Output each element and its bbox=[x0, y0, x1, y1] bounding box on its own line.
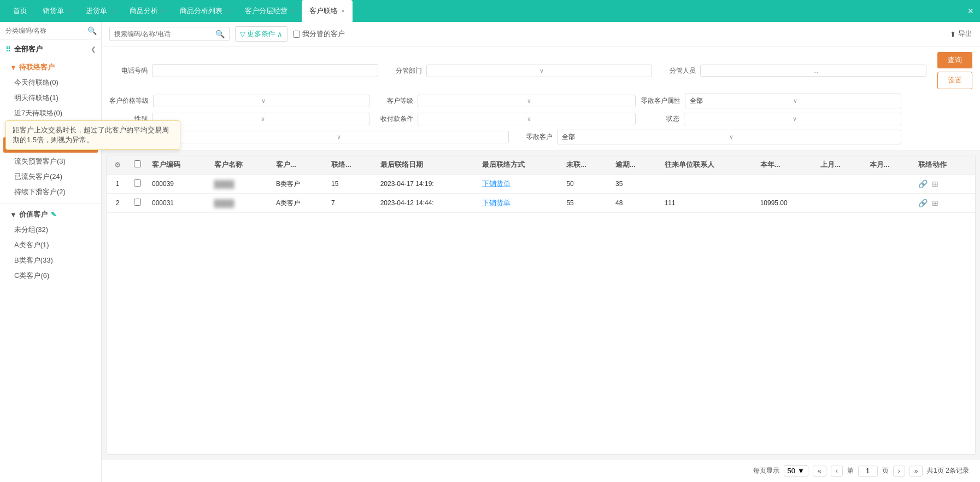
status-select[interactable]: ∨ bbox=[684, 113, 901, 125]
page-size-select[interactable]: 50 ▼ bbox=[784, 465, 808, 477]
retail-customer-field: 零散客户 全部 ∨ bbox=[514, 130, 901, 144]
prev-page-btn[interactable]: ‹ bbox=[831, 466, 843, 477]
customer-level-arrow: ∨ bbox=[527, 97, 631, 104]
sidebar-tomorrow-pending[interactable]: 明天待联络(1) bbox=[0, 90, 101, 106]
action-buttons: 查询 设置 bbox=[937, 52, 972, 89]
select-all-checkbox[interactable] bbox=[134, 160, 141, 167]
nav-home[interactable]: 首页 bbox=[5, 0, 35, 22]
link-icon-1[interactable]: 🔗 bbox=[918, 179, 928, 188]
cell-last-method-2: 下销货单 bbox=[477, 194, 561, 213]
sidebar-7day-pending[interactable]: 近7天待联络(0) bbox=[0, 106, 101, 121]
sidebar-c-class[interactable]: C类客户(6) bbox=[0, 268, 101, 283]
th-overdue: 逾期... bbox=[610, 155, 659, 175]
gender-select[interactable]: ∨ bbox=[152, 113, 369, 125]
nav-product-analysis-list-close[interactable]: × bbox=[226, 8, 229, 14]
th-code: 客户编码 bbox=[146, 155, 209, 175]
retail-customer-label: 零散客户 bbox=[514, 132, 553, 142]
table-settings-icon[interactable]: ⚙ bbox=[114, 161, 121, 169]
triangle-icon: ▼ bbox=[10, 63, 17, 72]
search-icon[interactable]: 🔍 bbox=[215, 30, 225, 38]
sidebar-b-class[interactable]: B类客户(33) bbox=[0, 253, 101, 268]
customer-type-select[interactable]: ∨ bbox=[165, 131, 509, 143]
set-button[interactable]: 设置 bbox=[937, 72, 972, 89]
dept-select[interactable]: ∨ bbox=[426, 65, 653, 77]
cell-code-1: 000039 bbox=[146, 175, 209, 194]
per-page-label: 每页显示 bbox=[753, 466, 779, 475]
price-level-label: 客户价格等级 bbox=[109, 96, 149, 106]
cell-last-month-2 bbox=[815, 194, 864, 213]
cell-contact-1: 15 bbox=[326, 175, 375, 194]
sidebar-declining[interactable]: 持续下滑客户(2) bbox=[0, 184, 101, 200]
manager-label: 分管人员 bbox=[658, 66, 696, 76]
nav-customer-tiering-close[interactable]: × bbox=[291, 8, 294, 14]
payment-select[interactable]: ∨ bbox=[418, 113, 635, 125]
nav-purchase-order[interactable]: 进货单 × bbox=[78, 0, 121, 22]
my-customer-checkbox[interactable] bbox=[293, 31, 300, 38]
nav-product-analysis-list[interactable]: 商品分析列表 × bbox=[172, 0, 237, 22]
search-wrap: 🔍 bbox=[109, 27, 230, 41]
table-row: 2 000031 ████ A类客户 7 2023-04-12 14:44: 下… bbox=[107, 194, 975, 213]
grid-action-icon-2[interactable]: ⊞ bbox=[932, 199, 938, 207]
top-nav: 首页 销货单 × 进货单 × 商品分析 × 商品分析列表 × 客户分层经营 × … bbox=[0, 0, 980, 22]
export-btn[interactable]: ⬆ 导出 bbox=[950, 29, 972, 39]
row1-checkbox[interactable] bbox=[134, 179, 141, 187]
grid-action-icon-1[interactable]: ⊞ bbox=[932, 179, 938, 188]
nav-customer-contact-close[interactable]: × bbox=[341, 8, 344, 14]
link-icon-2[interactable]: 🔗 bbox=[918, 199, 928, 207]
cell-this-year-2: 10995.00 bbox=[755, 194, 815, 213]
cell-num-2: 2 bbox=[107, 194, 128, 213]
retail-attr-field: 零散客户属性 全部 ∨ bbox=[641, 94, 901, 108]
nav-purchase-order-close[interactable]: × bbox=[110, 8, 114, 14]
th-last-contact-date: 最后联络日期 bbox=[375, 155, 477, 175]
manager-select[interactable]: ... bbox=[700, 65, 926, 77]
retail-attr-arrow: ∨ bbox=[793, 97, 896, 104]
last-page-btn[interactable]: » bbox=[909, 466, 923, 477]
first-page-btn[interactable]: « bbox=[813, 466, 826, 477]
query-button[interactable]: 查询 bbox=[937, 52, 972, 68]
main-layout: 🔍 ⠿ 全部客户 ❮ ▼ 待联络客户 今天待联络(0) 明天待联络(1) 近7天… bbox=[0, 22, 980, 482]
blurred-name-2: ████ bbox=[214, 199, 234, 207]
phone-input[interactable] bbox=[152, 64, 378, 77]
retail-customer-select[interactable]: 全部 ∨ bbox=[557, 130, 901, 144]
value-customer-title[interactable]: ▼ 价值客户 ✎ bbox=[0, 207, 101, 222]
cell-name-1: ████ bbox=[209, 175, 271, 194]
nav-product-analysis[interactable]: 商品分析 × bbox=[122, 0, 172, 22]
pending-contact-title[interactable]: ▼ 待联络客户 bbox=[0, 60, 101, 75]
edit-icon[interactable]: ✎ bbox=[51, 211, 56, 218]
nav-customer-contact[interactable]: 客户联络 × bbox=[302, 0, 352, 22]
sidebar-ungrouped[interactable]: 未分组(32) bbox=[0, 222, 101, 237]
link-method-1[interactable]: 下销货单 bbox=[482, 179, 510, 188]
th-uncontacted: 未联... bbox=[561, 155, 610, 175]
nav-sales-order[interactable]: 销货单 × bbox=[35, 0, 78, 22]
my-customer-toggle[interactable]: 我分管的客户 bbox=[293, 29, 345, 39]
payment-label: 收付款条件 bbox=[375, 114, 413, 124]
nav-customer-tiering[interactable]: 客户分层经营 × bbox=[237, 0, 302, 22]
nav-sales-order-close[interactable]: × bbox=[67, 8, 71, 14]
filter-icon: ▽ bbox=[240, 30, 245, 38]
link-method-2[interactable]: 下销货单 bbox=[482, 199, 510, 207]
retail-attr-select[interactable]: 全部 ∨ bbox=[685, 94, 901, 108]
close-all-tabs[interactable]: × bbox=[967, 5, 973, 17]
sidebar-search-icon[interactable]: 🔍 bbox=[87, 26, 97, 35]
sidebar-churned[interactable]: 已流失客户(24) bbox=[0, 169, 101, 184]
customer-type-arrow: ∨ bbox=[337, 133, 504, 141]
row2-checkbox[interactable] bbox=[134, 199, 141, 206]
sidebar-churn-warning[interactable]: 流失预警客户(3) bbox=[0, 154, 101, 169]
more-conditions-btn[interactable]: ▽ 更多条件 ∧ bbox=[235, 26, 287, 42]
customer-level-select[interactable]: ∨ bbox=[418, 95, 635, 107]
next-page-btn[interactable]: › bbox=[893, 466, 905, 477]
table-area: ⚙ 客户编码 客户名称 客户... bbox=[106, 155, 976, 455]
sidebar-a-class[interactable]: A类客户(1) bbox=[0, 237, 101, 253]
sidebar-search-input[interactable] bbox=[5, 27, 87, 34]
page-number-input[interactable] bbox=[858, 466, 878, 477]
table-row: 1 000039 ████ B类客户 15 2023-04-17 14:19: … bbox=[107, 175, 975, 194]
cell-name-2: ████ bbox=[209, 194, 271, 213]
search-input[interactable] bbox=[114, 30, 213, 38]
th-last-contact-method: 最后联络方式 bbox=[477, 155, 561, 175]
price-level-select[interactable]: ∨ bbox=[153, 95, 369, 107]
cell-check-2 bbox=[128, 194, 146, 213]
sidebar-all-customers[interactable]: ⠿ 全部客户 ❮ bbox=[0, 40, 101, 59]
nav-product-analysis-close[interactable]: × bbox=[161, 8, 165, 14]
sidebar-today-pending[interactable]: 今天待联络(0) bbox=[0, 75, 101, 90]
retail-customer-arrow: ∨ bbox=[729, 133, 896, 141]
